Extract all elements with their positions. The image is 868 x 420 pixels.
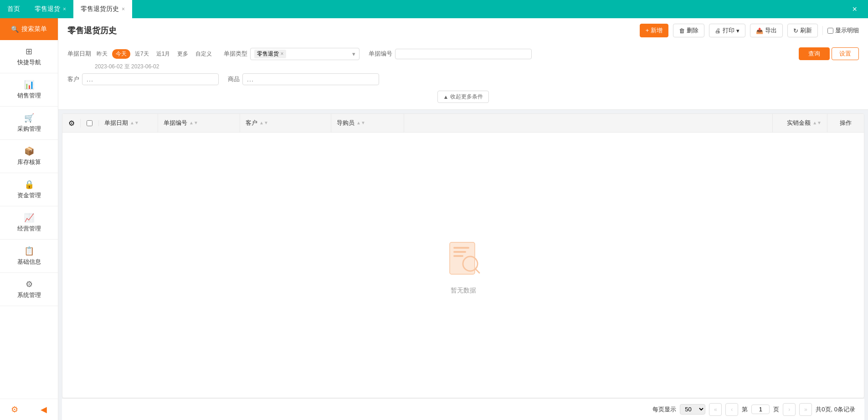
quick-nav-icon: ⊞ [26, 46, 32, 56]
sidebar-item-sales-mgmt[interactable]: 📊 销售管理 [0, 73, 58, 107]
refresh-icon: ↻ [793, 27, 798, 34]
per-page-select[interactable]: 50 20 100 [680, 404, 705, 415]
th-customer-sort-icon: ▲▼ [259, 121, 268, 125]
filter-area: 单据日期 昨天 今天 近7天 近1月 更多 自定义 单据类型 [67, 43, 859, 109]
date-opt-1month[interactable]: 近1月 [154, 49, 173, 59]
page-number-input[interactable] [751, 405, 770, 414]
print-button[interactable]: 🖨 打印 ▾ [709, 24, 745, 37]
last-page-button[interactable]: » [799, 403, 812, 416]
system-icon: ⚙ [26, 279, 33, 289]
sidebar-item-system[interactable]: ⚙ 系统管理 [0, 273, 58, 306]
date-opt-7days[interactable]: 近7天 [132, 49, 152, 59]
first-page-button[interactable]: « [709, 403, 722, 416]
table-area: ⚙ 单据日期 ▲▼ 单据编号 ▲▼ 客户 ▲▼ 导购员 [62, 113, 864, 398]
th-num-sort-icon: ▲▼ [189, 121, 198, 125]
doc-type-tag-text: 零售退货 [257, 50, 279, 58]
customer-label: 客户 [67, 75, 79, 83]
table-select-all-checkbox[interactable] [87, 120, 92, 126]
top-bar: 首页 零售退货 × 零售退货历史 × × [0, 0, 868, 18]
doc-type-select[interactable]: 零售退货 × ▾ [250, 48, 360, 60]
doc-type-tag-close[interactable]: × [280, 51, 283, 57]
svg-line-5 [475, 269, 479, 273]
th-amount[interactable]: 实销金额 ▲▼ [773, 114, 827, 132]
table-checkbox-col [81, 120, 99, 126]
show-detail-checkbox[interactable] [827, 28, 833, 34]
th-customer[interactable]: 客户 ▲▼ [240, 114, 331, 132]
date-opt-more[interactable]: 更多 [175, 49, 191, 59]
sidebar-item-purchase-mgmt-label: 采购管理 [17, 125, 41, 133]
svg-rect-1 [453, 247, 469, 249]
sidebar-item-system-label: 系统管理 [17, 291, 41, 299]
doc-num-input[interactable] [395, 49, 532, 59]
date-opt-yesterday[interactable]: 昨天 [94, 49, 110, 59]
th-date-label: 单据日期 [104, 119, 128, 127]
add-button[interactable]: + 新增 [640, 24, 668, 37]
th-action: 操作 [827, 114, 864, 132]
empty-state-icon [441, 236, 486, 281]
th-amount-label: 实销金额 [787, 119, 811, 127]
svg-rect-2 [453, 251, 466, 253]
sidebar-search[interactable]: 🔍 搜索菜单 [0, 18, 58, 40]
sidebar: 🔍 搜索菜单 ⊞ 快捷导航 📊 销售管理 🛒 采购管理 📦 库存核算 🔒 资金管… [0, 18, 58, 420]
table-settings-col[interactable]: ⚙ [62, 119, 81, 128]
collapse-label: 收起更多条件 [450, 93, 483, 101]
settings-gear-icon[interactable]: ⚙ [11, 405, 18, 415]
customer-select[interactable]: … [82, 73, 219, 85]
tab-retail-return[interactable]: 零售退货 × [27, 0, 73, 18]
sidebar-item-finance[interactable]: 🔒 资金管理 [0, 173, 58, 206]
table-header: ⚙ 单据日期 ▲▼ 单据编号 ▲▼ 客户 ▲▼ 导购员 [62, 114, 864, 133]
show-detail-checkbox-label[interactable]: 显示明细 [827, 26, 859, 35]
sidebar-item-sales-mgmt-label: 销售管理 [17, 92, 41, 100]
action-buttons: 查询 设置 [799, 47, 859, 60]
tab-home[interactable]: 首页 [0, 0, 27, 18]
next-page-button[interactable]: › [783, 403, 796, 416]
sidebar-item-inventory[interactable]: 📦 库存核算 [0, 140, 58, 173]
th-amount-sort-icon: ▲▼ [812, 121, 822, 125]
date-opt-custom[interactable]: 自定义 [193, 49, 215, 59]
tab-retail-return-history[interactable]: 零售退货历史 × [73, 0, 132, 18]
export-icon: 📤 [756, 27, 763, 34]
th-date-sort-icon: ▲▼ [130, 121, 139, 125]
doc-type-tag: 零售退货 × [254, 50, 286, 58]
toolbar: + 新增 🗑 删除 🖨 打印 ▾ 📤 导出 ↻ [640, 24, 859, 37]
window-close-button[interactable]: × [848, 3, 861, 16]
th-date[interactable]: 单据日期 ▲▼ [99, 114, 158, 132]
collapse-button[interactable]: ▲ 收起更多条件 [437, 91, 489, 103]
per-page-label: 每页显示 [652, 405, 676, 414]
doc-type-dropdown-icon: ▾ [352, 51, 355, 57]
tab-retail-return-label: 零售退货 [35, 5, 60, 13]
date-range-text: 2023-06-02 至 2023-06-02 [95, 63, 159, 70]
query-button[interactable]: 查询 [799, 47, 830, 60]
tab-retail-return-history-label: 零售退货历史 [81, 5, 119, 13]
refresh-button[interactable]: ↻ 刷新 [787, 24, 818, 37]
table-settings-icon[interactable]: ⚙ [68, 119, 75, 128]
prev-page-button[interactable]: ‹ [725, 403, 738, 416]
goods-dots: … [247, 75, 254, 83]
empty-state: 暂无数据 [62, 133, 864, 398]
tab-retail-return-close[interactable]: × [63, 6, 66, 12]
th-guide[interactable]: 导购员 ▲▼ [331, 114, 404, 132]
sidebar-item-operations[interactable]: 📈 经营管理 [0, 206, 58, 240]
pagination: 每页显示 50 20 100 « ‹ 第 页 › » 共0页, 0条记录 [62, 398, 864, 420]
date-opt-today[interactable]: 今天 [112, 49, 130, 59]
export-button[interactable]: 📤 导出 [750, 24, 783, 37]
date-options: 昨天 今天 近7天 近1月 更多 自定义 [94, 49, 215, 59]
sidebar-item-purchase-mgmt[interactable]: 🛒 采购管理 [0, 107, 58, 140]
search-icon: 🔍 [11, 26, 19, 33]
tab-bar: 首页 零售退货 × 零售退货历史 × [0, 0, 848, 18]
sidebar-item-quick-nav[interactable]: ⊞ 快捷导航 [0, 40, 58, 73]
collapse-icon: ▲ [443, 94, 449, 100]
print-label: 打印 [723, 26, 734, 35]
goods-select[interactable]: … [242, 73, 379, 85]
delete-label: 删除 [687, 26, 699, 35]
tab-retail-return-history-close[interactable]: × [122, 6, 125, 12]
settings-button[interactable]: 设置 [832, 47, 859, 60]
delete-button[interactable]: 🗑 删除 [673, 24, 704, 37]
th-num-label: 单据编号 [164, 119, 187, 127]
th-num[interactable]: 单据编号 ▲▼ [158, 114, 240, 132]
sidebar-bottom: ⚙ ◀ [0, 399, 58, 420]
collapse-sidebar-icon[interactable]: ◀ [41, 405, 47, 415]
th-guide-sort-icon: ▲▼ [356, 121, 365, 125]
doc-type-label: 单据类型 [224, 50, 247, 58]
sidebar-item-base-info[interactable]: 📋 基础信息 [0, 240, 58, 273]
